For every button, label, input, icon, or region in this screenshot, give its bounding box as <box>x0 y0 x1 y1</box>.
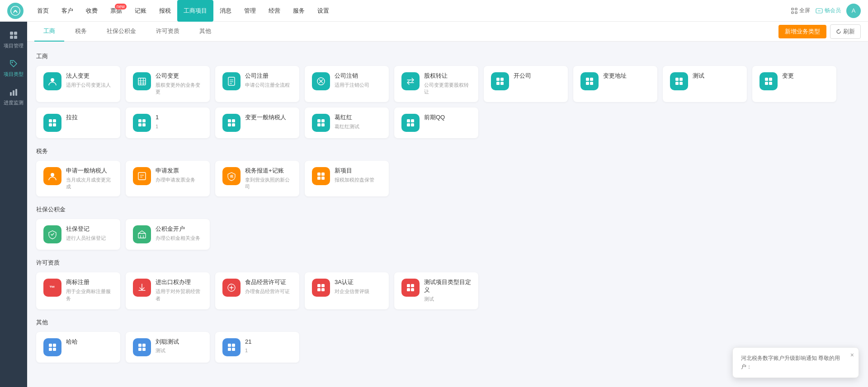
svg-rect-58 <box>321 119 325 122</box>
card-公积金开户[interactable]: 公积金开户办理公积金相关业务 <box>126 219 210 250</box>
card-desc: 用于企业商标注册服务 <box>66 288 113 302</box>
card-desc: 进行人员社保登记 <box>66 235 113 242</box>
card-申请发票[interactable]: 申请发票办理申请发票业务 <box>126 161 210 197</box>
card-desc: 适用于注销公司 <box>335 82 382 89</box>
logo[interactable] <box>7 3 24 19</box>
card-葛红红[interactable]: 葛红红葛红红测试 <box>305 107 389 138</box>
notification-close[interactable]: × <box>850 351 854 359</box>
shield-card-icon <box>43 225 61 243</box>
svg-rect-40 <box>679 82 683 85</box>
nav-item-收费[interactable]: 收费 <box>80 0 104 22</box>
nav-item-工商项目[interactable]: 工商项目 <box>177 0 213 22</box>
nav-item-设置[interactable]: 设置 <box>311 0 335 22</box>
card-前期QQ[interactable]: 前期QQ <box>394 107 478 138</box>
grid2-card-icon <box>43 114 61 132</box>
card-测试项目类型目定义[interactable]: 测试项目类型目定义测试 <box>394 272 478 309</box>
refresh-button[interactable]: 刷新 <box>830 24 861 39</box>
card-公司注册[interactable]: 公司注册申请公司注册全流程 <box>215 66 299 102</box>
user-avatar[interactable]: A <box>846 4 861 18</box>
svg-rect-96 <box>232 344 235 347</box>
card-哈哈[interactable]: 哈哈 <box>36 332 120 363</box>
card-公司注销[interactable]: 公司注销适用于注销公司 <box>305 66 389 102</box>
svg-rect-73 <box>321 177 325 180</box>
card-食品经营许可证[interactable]: 食品经营许可证办理食品经营许可证 <box>215 272 299 309</box>
nav-item-管理[interactable]: 管理 <box>238 0 262 22</box>
notification-text: 河北税务数字账户升级影响通知 尊敬的用户： <box>741 354 850 371</box>
card-变更地址[interactable]: 变更地址 <box>573 66 657 102</box>
svg-rect-57 <box>317 119 321 122</box>
svg-rect-34 <box>590 78 593 81</box>
card-公司变更[interactable]: 公司变更股权变更外的业务变更 <box>126 66 210 102</box>
card-title: 拉拉 <box>66 114 113 121</box>
grid2-card-icon <box>580 72 599 90</box>
svg-rect-10 <box>10 36 13 39</box>
section-title-其他: 其他 <box>36 318 859 326</box>
card-21[interactable]: 211 <box>215 332 299 363</box>
tab-税务[interactable]: 税务 <box>66 22 96 42</box>
svg-rect-5 <box>795 12 797 14</box>
card-进出口权办理[interactable]: 进出口权办理适用于对外贸易经营者 <box>126 272 210 309</box>
svg-rect-2 <box>792 8 793 10</box>
transfer-card-icon <box>401 72 420 90</box>
card-税务报道+记账[interactable]: 税税务报道+记账拿到营业执照的新公司 <box>215 161 299 197</box>
person-card-icon <box>43 167 61 185</box>
card-社保登记[interactable]: 社保登记进行人员社保登记 <box>36 219 120 250</box>
nav-item-消息[interactable]: 消息 <box>213 0 238 22</box>
section-title-社保公积金: 社保公积金 <box>36 205 859 214</box>
card-申请一般纳税人[interactable]: 申请一般纳税人当月或次月成变更完成 <box>36 161 120 197</box>
card-desc: 葛红红测试 <box>335 123 382 130</box>
svg-rect-4 <box>792 12 793 14</box>
add-type-button[interactable]: 新增业务类型 <box>778 25 826 38</box>
nav-item-经营[interactable]: 经营 <box>262 0 287 22</box>
nav-item-记账[interactable]: 记账 <box>128 0 153 22</box>
tab-社保公积金[interactable]: 社保公积金 <box>98 22 145 42</box>
card-变更[interactable]: 变更 <box>752 66 836 102</box>
nav-item-首页[interactable]: 首页 <box>31 0 55 22</box>
nav-badge: new <box>115 4 127 9</box>
grid2-card-icon <box>133 338 151 356</box>
tab-许可资质[interactable]: 许可资质 <box>147 22 189 42</box>
fullscreen-button[interactable]: 全屏 <box>791 7 810 14</box>
nav-item-客户[interactable]: 客户 <box>55 0 80 22</box>
card-title: 进出口权办理 <box>156 279 203 286</box>
card-商标注册[interactable]: ™商标注册用于企业商标注册服务 <box>36 272 120 309</box>
card-desc: 测试 <box>156 347 203 354</box>
card-法人变更[interactable]: 法人变更适用于公司变更法人 <box>36 66 120 102</box>
member-button[interactable]: 畅会员 <box>816 7 841 14</box>
card-title: 变更地址 <box>603 72 650 80</box>
svg-rect-83 <box>407 284 410 287</box>
nav-item-票据[interactable]: 票据new <box>104 0 128 22</box>
sidebar-item-项目管理[interactable]: 项目管理 <box>0 25 27 54</box>
card-3A认证[interactable]: 3A认证对企业信誉评级 <box>305 272 389 309</box>
card-刘聪测试[interactable]: 刘聪测试测试 <box>126 332 210 363</box>
card-变更一般纳税人[interactable]: 变更一般纳税人 <box>215 107 299 138</box>
card-1[interactable]: 11 <box>126 107 210 138</box>
svg-rect-79 <box>317 284 321 287</box>
card-desc: 办理公积金相关业务 <box>156 235 203 242</box>
card-测试[interactable]: 测试 <box>663 66 747 102</box>
tab-items: 工商税务社保公积金许可资质其他 <box>34 22 222 42</box>
card-desc: 适用于公司变更法人 <box>66 82 113 89</box>
card-desc: 报税加税控盘保管 <box>335 177 382 183</box>
card-开公司[interactable]: 开公司 <box>484 66 568 102</box>
svg-rect-55 <box>228 123 231 126</box>
sidebar-item-进度监测[interactable]: 进度监测 <box>0 82 27 111</box>
tab-其他[interactable]: 其他 <box>190 22 220 42</box>
svg-rect-95 <box>228 344 231 347</box>
card-title: 公司注册 <box>245 72 292 80</box>
svg-rect-70 <box>317 173 321 176</box>
nav-item-服务[interactable]: 服务 <box>287 0 311 22</box>
svg-point-16 <box>51 78 54 82</box>
card-title: 前期QQ <box>424 114 471 121</box>
card-股权转让[interactable]: 股权转让公司变更需要股权转让 <box>394 66 478 102</box>
nav-item-报税[interactable]: 报税 <box>153 0 177 22</box>
trademark-card-icon: ™ <box>43 279 61 297</box>
card-desc: 适用于对外贸易经营者 <box>156 288 203 302</box>
svg-rect-87 <box>49 344 52 347</box>
sidebar-item-项目类型[interactable]: 项目类型 <box>0 54 27 82</box>
svg-rect-44 <box>769 82 772 85</box>
card-title: 葛红红 <box>335 114 382 121</box>
card-新项目[interactable]: 新项目报税加税控盘保管 <box>305 161 389 197</box>
tab-工商[interactable]: 工商 <box>34 22 64 42</box>
card-拉拉[interactable]: 拉拉 <box>36 107 120 138</box>
